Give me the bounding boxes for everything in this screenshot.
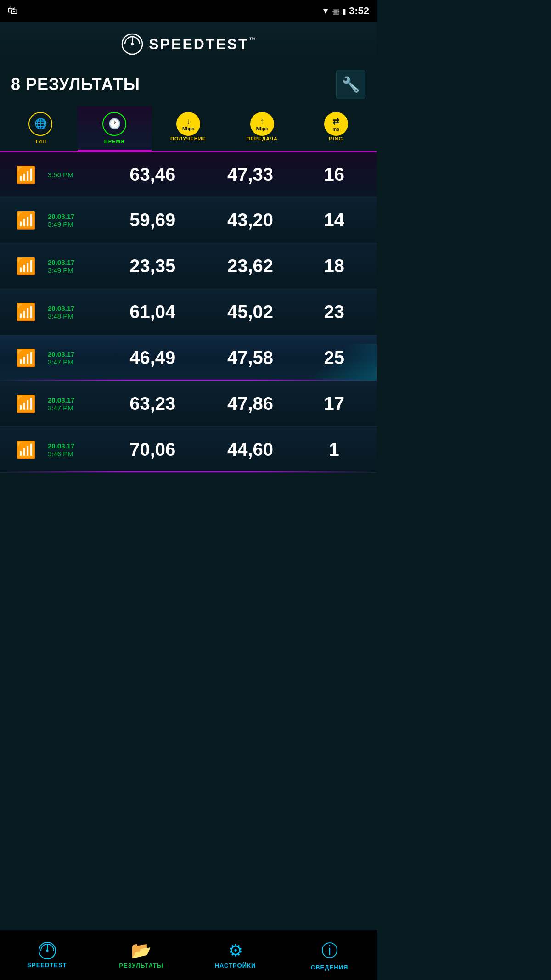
row-ping-value: 25 xyxy=(320,347,348,368)
row-values-cell: 23,35 23,62 18 xyxy=(104,256,369,276)
column-headers: 🌐 ТИП 🕐 ВРЕМЯ ↓ Mbps ПОЛУЧЕНИЕ ↑ Mbps ПЕ… xyxy=(0,106,377,151)
row-ping-value: 14 xyxy=(320,210,348,230)
nav-results[interactable]: 📂 РЕЗУЛЬТАТЫ xyxy=(94,941,188,969)
row-date-value: 20.03.17 xyxy=(48,304,74,312)
col-upload[interactable]: ↑ Mbps ПЕРЕДАЧА xyxy=(225,106,299,151)
table-row[interactable]: 📶 20.03.17 3:48 PM 61,04 45,02 23 xyxy=(0,289,377,335)
bottom-navigation: SPEEDTEST 📂 РЕЗУЛЬТАТЫ ⚙ НАСТРОЙКИ ⓘ СВЕ… xyxy=(0,930,377,980)
wifi-connection-icon: 📶 xyxy=(16,165,36,185)
row-time-cell: 20.03.17 3:46 PM xyxy=(44,442,104,458)
settings-button[interactable]: 🔧 xyxy=(336,70,365,99)
row-upload-value: 47,58 xyxy=(223,347,278,368)
table-row[interactable]: 📶 20.03.17 3:49 PM 59,69 43,20 14 xyxy=(0,197,377,243)
row-type-cell: 📶 xyxy=(7,394,44,414)
row-date-value: 20.03.17 xyxy=(48,442,74,450)
results-nav-icon: 📂 xyxy=(131,941,152,960)
row-upload-value: 23,62 xyxy=(223,256,278,276)
row-upload-value: 45,02 xyxy=(223,302,278,322)
table-row[interactable]: 📶 20.03.17 3:47 PM 46,49 47,58 25 xyxy=(0,335,377,381)
row-time-value: 3:50 PM xyxy=(48,171,73,179)
row-values-cell: 61,04 45,02 23 xyxy=(104,302,369,322)
speedtest-logo: SPEEDTEST ™ xyxy=(0,33,377,55)
row-date-value: 20.03.17 xyxy=(48,396,74,404)
row-ping-value: 17 xyxy=(320,393,348,414)
row-time-value: 3:47 PM xyxy=(48,358,73,366)
col-ping-label: PING xyxy=(329,136,343,141)
row-ping-value: 23 xyxy=(320,302,348,322)
ping-ms-label: ms xyxy=(332,127,339,132)
nav-speedtest[interactable]: SPEEDTEST xyxy=(0,941,94,969)
row-upload-value: 44,60 xyxy=(223,439,278,460)
col-download-label: ПОЛУЧЕНИЕ xyxy=(170,136,206,141)
row-upload-value: 43,20 xyxy=(223,210,278,230)
col-time[interactable]: 🕐 ВРЕМЯ xyxy=(78,106,152,151)
wifi-connection-icon: 📶 xyxy=(16,348,36,368)
status-bar: 🛍 ▼ ▣ ▮ 3:52 xyxy=(0,0,377,22)
nav-speedtest-label: SPEEDTEST xyxy=(27,962,67,969)
row-download-value: 46,49 xyxy=(125,347,180,368)
row-ping-value: 1 xyxy=(320,439,348,460)
row-download-value: 70,06 xyxy=(125,439,180,460)
wifi-connection-icon: 📶 xyxy=(16,211,36,230)
nav-info[interactable]: ⓘ СВЕДЕНИЯ xyxy=(282,940,377,971)
wifi-connection-icon: 📶 xyxy=(16,302,36,322)
col-time-label: ВРЕМЯ xyxy=(104,139,125,144)
clock-icon: 🕐 xyxy=(108,118,121,130)
row-download-value: 63,23 xyxy=(125,393,180,414)
row-time-value: 3:46 PM xyxy=(48,450,73,458)
row-time-cell: 3:50 PM xyxy=(44,171,104,179)
row-values-cell: 63,23 47,86 17 xyxy=(104,393,369,414)
table-row[interactable]: 📶 20.03.17 3:47 PM 63,23 47,86 17 xyxy=(0,381,377,427)
row-time-value: 3:49 PM xyxy=(48,266,73,274)
table-row[interactable]: 📶 20.03.17 3:49 PM 23,35 23,62 18 xyxy=(0,243,377,289)
row-type-cell: 📶 xyxy=(7,165,44,185)
globe-icon: 🌐 xyxy=(34,118,47,130)
nav-settings[interactable]: ⚙ НАСТРОЙКИ xyxy=(188,941,282,969)
battery-icon: ▮ xyxy=(342,7,346,16)
row-time-cell: 20.03.17 3:47 PM xyxy=(44,350,104,366)
row-upload-value: 47,33 xyxy=(223,164,278,185)
row-type-cell: 📶 xyxy=(7,257,44,276)
row-ping-value: 18 xyxy=(320,256,348,276)
row-values-cell: 59,69 43,20 14 xyxy=(104,210,369,230)
table-row[interactable]: 📶 3:50 PM 63,46 47,33 16 xyxy=(0,151,377,197)
status-time: 3:52 xyxy=(349,5,369,17)
time-icon-circle: 🕐 xyxy=(102,112,126,136)
wifi-connection-icon: 📶 xyxy=(16,257,36,276)
speedometer-nav-icon xyxy=(38,941,56,960)
download-mbps-label: Mbps xyxy=(182,126,194,131)
table-row[interactable]: 📶 20.03.17 3:46 PM 70,06 44,60 1 xyxy=(0,427,377,473)
row-type-cell: 📶 xyxy=(7,302,44,322)
results-header: 8 РЕЗУЛЬТАТЫ 🔧 xyxy=(0,62,377,106)
col-type-label: ТИП xyxy=(35,139,47,144)
info-nav-icon: ⓘ xyxy=(321,940,338,962)
row-time-value: 3:47 PM xyxy=(48,404,73,412)
ping-icon-circle: ⇄ ms xyxy=(324,112,348,136)
upload-icon-circle: ↑ Mbps xyxy=(250,112,274,136)
row-download-value: 23,35 xyxy=(125,256,180,276)
upload-arrow-icon: ↑ xyxy=(260,117,264,126)
notification-icon: 🛍 xyxy=(7,5,17,17)
upload-mbps-label: Mbps xyxy=(256,126,268,131)
row-type-cell: 📶 xyxy=(7,440,44,459)
nav-results-label: РЕЗУЛЬТАТЫ xyxy=(119,962,163,969)
row-time-cell: 20.03.17 3:49 PM xyxy=(44,258,104,274)
col-upload-label: ПЕРЕДАЧА xyxy=(247,136,278,141)
results-list: 📶 3:50 PM 63,46 47,33 16 📶 20.03.17 3:49… xyxy=(0,151,377,473)
row-ping-value: 16 xyxy=(320,164,348,185)
row-date-value: 20.03.17 xyxy=(48,350,74,358)
col-ping[interactable]: ⇄ ms PING xyxy=(299,106,373,151)
sim-icon: ▣ xyxy=(332,7,339,16)
wifi-status-icon: ▼ xyxy=(321,6,330,16)
nav-settings-label: НАСТРОЙКИ xyxy=(215,962,256,969)
row-time-cell: 20.03.17 3:47 PM xyxy=(44,396,104,412)
speedometer-icon xyxy=(121,33,143,55)
logo-tm: ™ xyxy=(249,36,255,43)
col-download[interactable]: ↓ Mbps ПОЛУЧЕНИЕ xyxy=(152,106,225,151)
nav-info-label: СВЕДЕНИЯ xyxy=(311,964,348,971)
row-type-cell: 📶 xyxy=(7,348,44,368)
col-type[interactable]: 🌐 ТИП xyxy=(4,106,78,151)
row-values-cell: 63,46 47,33 16 xyxy=(104,164,369,185)
row-time-cell: 20.03.17 3:49 PM xyxy=(44,213,104,228)
row-download-value: 61,04 xyxy=(125,302,180,322)
